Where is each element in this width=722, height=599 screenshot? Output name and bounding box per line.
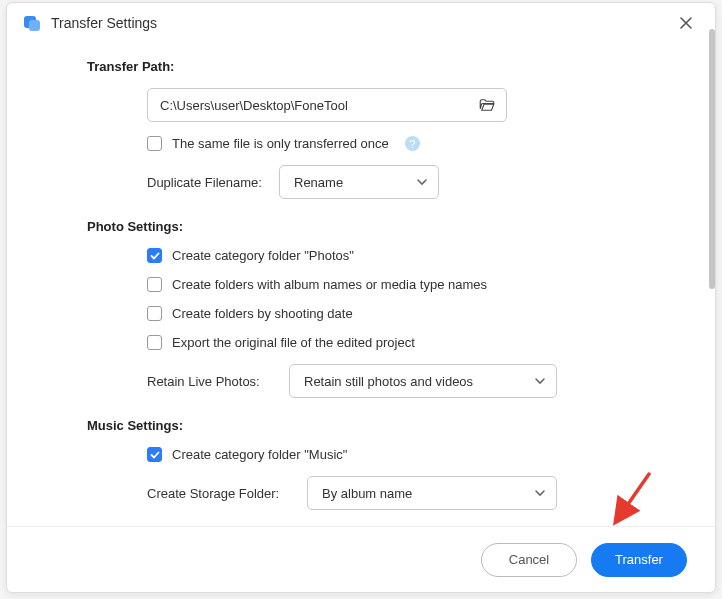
duplicate-filename-label: Duplicate Filename: [147, 175, 267, 190]
content-area: Transfer Path: C:\Users\user\Desktop\Fon… [7, 43, 715, 526]
photo-opt-0-label: Create category folder "Photos" [172, 248, 354, 263]
photo-opt-1-label: Create folders with album names or media… [172, 277, 487, 292]
transfer-path-value: C:\Users\user\Desktop\FoneTool [160, 98, 476, 113]
transfer-path-section: Transfer Path: [87, 59, 655, 74]
photo-date-folders-checkbox[interactable] [147, 306, 162, 321]
folder-open-icon [478, 96, 496, 114]
storage-folder-label: Create Storage Folder: [147, 486, 295, 501]
chevron-down-icon [534, 487, 546, 499]
photo-category-folder-checkbox[interactable] [147, 248, 162, 263]
close-button[interactable] [673, 10, 699, 36]
footer: Cancel Transfer [7, 526, 715, 592]
music-opt-label: Create category folder "Music" [172, 447, 347, 462]
browse-folder-button[interactable] [476, 94, 498, 116]
storage-folder-select[interactable]: By album name [307, 476, 557, 510]
dialog-title: Transfer Settings [51, 15, 673, 31]
app-logo-icon [23, 14, 41, 32]
help-icon[interactable]: ? [405, 136, 420, 151]
photo-opt-3-label: Export the original file of the edited p… [172, 335, 415, 350]
transfer-button[interactable]: Transfer [591, 543, 687, 577]
photo-album-folders-checkbox[interactable] [147, 277, 162, 292]
duplicate-filename-select[interactable]: Rename [279, 165, 439, 199]
close-icon [679, 16, 693, 30]
scrollbar[interactable] [709, 11, 715, 518]
title-bar: Transfer Settings [7, 3, 715, 43]
music-category-folder-checkbox[interactable] [147, 447, 162, 462]
svg-rect-1 [29, 20, 40, 31]
cancel-button[interactable]: Cancel [481, 543, 577, 577]
photo-settings-section: Photo Settings: [87, 219, 655, 234]
chevron-down-icon [534, 375, 546, 387]
retain-live-select[interactable]: Retain still photos and videos [289, 364, 557, 398]
music-settings-section: Music Settings: [87, 418, 655, 433]
transfer-once-checkbox[interactable] [147, 136, 162, 151]
photo-export-original-checkbox[interactable] [147, 335, 162, 350]
photo-opt-2-label: Create folders by shooting date [172, 306, 353, 321]
chevron-down-icon [416, 176, 428, 188]
transfer-path-input[interactable]: C:\Users\user\Desktop\FoneTool [147, 88, 507, 122]
transfer-once-label: The same file is only transferred once [172, 136, 389, 151]
scrollbar-thumb[interactable] [709, 29, 715, 289]
transfer-settings-dialog: Transfer Settings Transfer Path: C:\User… [6, 2, 716, 593]
retain-live-label: Retain Live Photos: [147, 374, 277, 389]
